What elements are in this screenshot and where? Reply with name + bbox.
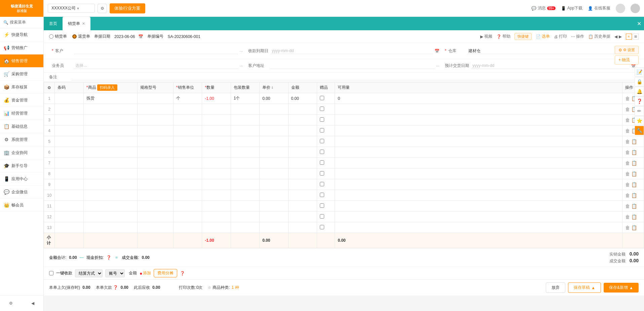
right-panel-bell-icon[interactable]: 🔔 (635, 87, 644, 96)
radio-sales-order[interactable]: 销货单 (49, 34, 67, 39)
gift-checkbox-6[interactable] (320, 150, 324, 154)
row-spec-1[interactable] (138, 93, 174, 104)
product-types-icon[interactable]: ⊙ (208, 285, 211, 290)
delete-icon-10[interactable]: 🗑 (625, 193, 630, 198)
col-settings-header[interactable]: ⚙ (44, 82, 55, 93)
delete-icon-4[interactable]: 🗑 (625, 128, 630, 133)
copy-icon-13[interactable]: 📋 (631, 225, 637, 230)
nav-next-icon[interactable]: ▶ (619, 34, 622, 39)
sidebar-item-wechat[interactable]: 💬 企业微信 (0, 186, 43, 199)
customer-address-more-icon[interactable]: ··· (436, 64, 440, 68)
account-select[interactable]: 账号 (105, 269, 125, 277)
customer-input[interactable] (74, 48, 238, 54)
sidebar-item-quick-nav[interactable]: ⚡ 快捷导航 (0, 28, 43, 41)
sidebar-item-marketing[interactable]: 📢 营销推广 (0, 41, 43, 54)
app-download-btn[interactable]: 📱 App下载 (561, 5, 582, 11)
copy-icon-7[interactable]: 📋 (631, 160, 637, 166)
company-selector[interactable]: XXXXXX公司 ▾ (48, 4, 95, 13)
delete-icon-9[interactable]: 🗑 (625, 182, 630, 187)
action-video[interactable]: ▶ 视频 (480, 34, 492, 39)
sidebar-item-basic-info[interactable]: 📋 基础信息 (0, 120, 43, 133)
calendar-icon[interactable]: 📅 (138, 34, 143, 39)
gift-checkbox-11[interactable] (320, 203, 324, 208)
right-panel-tool-icon[interactable]: 🔧 (635, 126, 644, 135)
gift-checkbox-2[interactable] (320, 107, 324, 111)
gift-checkbox-13[interactable] (320, 225, 324, 229)
customer-more-icon[interactable]: ··· (239, 49, 243, 53)
help-icon2[interactable]: ❓ (113, 285, 118, 290)
action-history[interactable]: 📋 历史单据 (588, 34, 610, 39)
header-gear-btn[interactable]: ⚙ (98, 4, 107, 13)
one-click-payment-checkbox[interactable] (49, 271, 53, 275)
delete-icon-2[interactable]: 🗑 (625, 107, 630, 112)
salesperson-more-icon[interactable]: ··· (239, 64, 243, 68)
tab-sales-order[interactable]: 销货单 ✕ (63, 17, 90, 30)
copy-icon-8[interactable]: 📋 (631, 171, 637, 177)
sidebar-item-finance[interactable]: 💰 资金管理 (0, 94, 43, 107)
radio-return-input[interactable] (72, 34, 77, 39)
copy-icon-10[interactable]: 📋 (631, 193, 637, 198)
sidebar-item-purchase[interactable]: 🛒 采购管理 (0, 68, 43, 81)
save-draft-button[interactable]: 保存草稿 ▲ (568, 282, 601, 293)
right-panel-star-icon[interactable]: ⭐ (635, 116, 644, 125)
delete-icon-11[interactable]: 🗑 (625, 203, 630, 209)
row-qty-1[interactable]: -1.00 (202, 93, 231, 104)
due-date-calendar-icon[interactable]: 📅 (434, 49, 440, 53)
notes-input[interactable] (71, 74, 639, 80)
user-avatar[interactable] (616, 4, 625, 13)
user-avatar2[interactable] (631, 4, 640, 13)
copy-icon-11[interactable]: 📋 (631, 203, 637, 209)
delete-icon-7[interactable]: 🗑 (625, 160, 630, 166)
row-barcode-1[interactable] (55, 93, 83, 104)
delete-icon-5[interactable]: 🗑 (625, 139, 630, 144)
action-select[interactable]: 📄 选单 (536, 34, 550, 39)
online-service-btn[interactable]: 👤 在线客服 (588, 5, 610, 11)
right-panel-edit-icon[interactable]: ✏ (635, 106, 644, 116)
copy-icon-12[interactable]: 📋 (631, 214, 637, 220)
row-gift-1[interactable] (317, 93, 335, 104)
sidebar-item-operations[interactable]: 📊 经营管理 (0, 107, 43, 120)
gift-checkbox-7[interactable] (320, 160, 324, 165)
nav-prev-icon[interactable]: ◀ (614, 34, 617, 39)
save-new-button[interactable]: 保存&新增 ▲ (604, 283, 639, 293)
delete-icon-8[interactable]: 🗑 (625, 171, 630, 177)
tab-close-icon[interactable]: ✕ (82, 22, 85, 26)
settings-button[interactable]: ⚙ ⚙ 设置 (615, 46, 639, 54)
warehouse-input[interactable] (467, 48, 631, 54)
action-help[interactable]: ❓ 帮助 (496, 34, 510, 39)
right-panel-help-icon[interactable]: ❓ (635, 96, 644, 106)
sidebar-item-member[interactable]: 👑 畅会员 (0, 199, 43, 212)
layout-list-icon[interactable]: ≡ (626, 34, 632, 40)
action-operations[interactable]: ⋯ 操作 (571, 34, 584, 39)
gift-checkbox-3[interactable] (320, 117, 324, 122)
discard-button[interactable]: 放弃 (546, 282, 565, 293)
tab-home[interactable]: 首页 (44, 17, 63, 30)
settlement-method-select[interactable]: 结算方式 (75, 269, 103, 277)
delete-icon-12[interactable]: 🗑 (625, 214, 630, 220)
right-panel-note-icon[interactable]: 📝 (635, 67, 644, 77)
sidebar-search[interactable]: 🔍 搜索菜单 (0, 17, 43, 28)
trial-button[interactable]: 体验行业方案 (110, 3, 145, 13)
sidebar-item-enterprise[interactable]: 🏢 企业协同 (0, 146, 43, 159)
gift-checkbox-8[interactable] (320, 171, 324, 176)
salesperson-input[interactable] (74, 63, 238, 69)
sidebar-item-guide[interactable]: 🎓 新手引导 (0, 159, 43, 172)
layout-grid-icon[interactable]: ⊞ (633, 34, 639, 40)
gift-checkbox-10[interactable] (320, 193, 324, 197)
due-date-input[interactable] (270, 48, 433, 54)
sidebar-item-sales[interactable]: 🏠 销售管理 (0, 54, 43, 68)
logistics-button[interactable]: + 物流 (615, 55, 639, 65)
customer-address-input[interactable] (270, 63, 434, 69)
right-panel-lock-icon[interactable]: 🔒 (635, 77, 644, 86)
gift-checkbox-12[interactable] (320, 214, 324, 219)
row-price-1[interactable]: 0.00 (260, 93, 288, 104)
message-btn[interactable]: 💬 消息 99+ (531, 5, 556, 11)
copy-icon-9[interactable]: 📋 (631, 182, 637, 187)
sidebar-collapse-btn[interactable]: ◀ (28, 298, 38, 308)
expected-delivery-input[interactable] (471, 63, 630, 69)
delete-icon-3[interactable]: 🗑 (625, 117, 630, 123)
sidebar-item-system[interactable]: ⚙ 系统管理 (0, 133, 43, 146)
scan-btn[interactable]: 扫码录入 (97, 84, 117, 91)
gift-checkbox-9[interactable] (320, 182, 324, 186)
gift-checkbox-1[interactable] (320, 96, 324, 100)
